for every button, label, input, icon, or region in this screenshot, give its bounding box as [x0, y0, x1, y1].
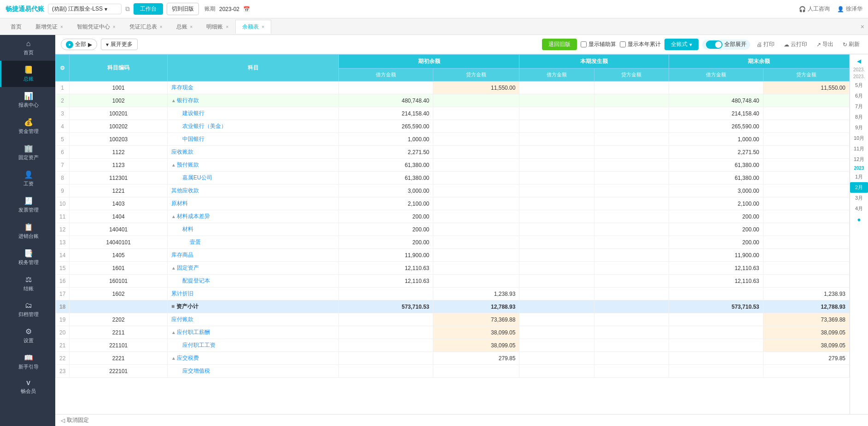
month-7[interactable]: 7月 [850, 101, 868, 112]
row-name[interactable]: 应收账款 [168, 146, 339, 159]
sidebar-item-member[interactable]: V 畅会员 [0, 375, 55, 399]
row-name-link[interactable]: 原材料 [171, 200, 188, 207]
export-button[interactable]: ↗ 导出 [814, 39, 836, 50]
tab-voucher-summary-close[interactable]: × [160, 24, 163, 29]
row-name[interactable]: 原材料 [168, 197, 339, 210]
row-name[interactable]: 建设银行 [168, 107, 339, 120]
row-name-link[interactable]: 中国银行 [171, 135, 204, 143]
tab-smart-voucher-close[interactable]: × [113, 24, 116, 29]
row-name-link[interactable]: 农业银行（美金） [171, 122, 227, 130]
tab-add-voucher[interactable]: 新增凭证 × [29, 20, 70, 34]
month-6[interactable]: 6月 [850, 91, 868, 101]
month-3[interactable]: 3月 [850, 193, 868, 203]
row-name-link[interactable]: 建设银行 [171, 109, 204, 117]
cloud-print-button[interactable]: ☁ 云打印 [781, 39, 810, 50]
show-ytd-label[interactable]: 显示本年累计 [628, 40, 661, 48]
month-4[interactable]: 4月 [850, 203, 868, 214]
row-name-link[interactable]: 预付账款 [177, 161, 199, 168]
switch-version-button[interactable]: 切到旧版 [167, 3, 199, 15]
tab-balance-sheet[interactable]: 余额表 × [235, 20, 271, 34]
tab-smart-voucher[interactable]: 智能凭证中心 × [70, 20, 122, 34]
month-12[interactable]: 12月 [850, 154, 868, 165]
row-name-link[interactable]: 壹蛋 [171, 238, 201, 246]
sidebar-item-payroll[interactable]: 👤 工资 [0, 166, 55, 192]
sidebar-item-settlement[interactable]: ⚖ 结账 [0, 271, 55, 297]
row-name[interactable]: 壹蛋 [168, 236, 339, 249]
show-aux-checkbox[interactable] [581, 41, 587, 47]
row-name-link[interactable]: 应付职工薪酬 [177, 329, 210, 335]
month-5[interactable]: 5月 [850, 80, 868, 91]
toggle-switch[interactable] [706, 40, 722, 49]
row-name[interactable]: 农业银行（美金） [168, 120, 339, 133]
row-name-link[interactable]: 应收账款 [171, 148, 193, 156]
row-name-link[interactable]: 应付职工工资 [171, 341, 216, 349]
row-name[interactable]: 库存现金 [168, 81, 339, 94]
month-9[interactable]: 9月 [850, 122, 868, 133]
row-name-link[interactable]: 材料 [171, 225, 193, 233]
row-name[interactable]: ▲银行存款 [168, 94, 339, 107]
tab-voucher-summary[interactable]: 凭证汇总表 × [122, 20, 169, 34]
row-name[interactable]: ▲应付职工薪酬 [168, 326, 339, 339]
show-ytd-checkbox[interactable] [620, 41, 626, 47]
row-name[interactable]: 应交增值税 [168, 365, 339, 378]
row-name[interactable]: 中国银行 [168, 133, 339, 146]
row-name-link[interactable]: 其他应收款 [171, 187, 199, 195]
row-name[interactable]: 嘉属EU公司 [168, 172, 339, 184]
calendar-icon[interactable]: 📅 [243, 6, 250, 12]
row-name-link[interactable]: 材料成本差异 [177, 213, 210, 219]
row-name-link[interactable]: 库存商品 [171, 251, 193, 259]
expand-panel-icon[interactable]: ◀ [857, 58, 861, 64]
return-old-version-button[interactable]: 退回旧版 [542, 39, 577, 50]
sidebar-item-archive[interactable]: 🗂 归档管理 [0, 297, 55, 322]
tab-detail-ledger-close[interactable]: × [226, 24, 228, 29]
tab-detail-ledger[interactable]: 明细账 × [199, 20, 235, 34]
row-name[interactable]: 应付账款 [168, 313, 339, 326]
row-name[interactable]: 其他应收款 [168, 184, 339, 197]
month-10[interactable]: 10月 [850, 133, 868, 144]
copy-icon[interactable]: ⧉ [125, 5, 130, 13]
row-name-link[interactable]: 配提登记本 [171, 277, 210, 285]
row-name[interactable]: ▲应交税费 [168, 352, 339, 365]
close-all-tabs-icon[interactable]: × [861, 23, 868, 30]
row-name-link[interactable]: 银行存款 [177, 97, 199, 104]
month-11[interactable]: 11月 [850, 144, 868, 154]
expand-all-toggle[interactable]: 全部展开 [702, 40, 750, 50]
month-1[interactable]: 1月 [850, 172, 868, 182]
full-format-button[interactable]: 全账式 ▾ [664, 39, 699, 50]
company-selector[interactable]: (劝副) 江西股全-LSS ▾ [48, 4, 122, 14]
refresh-button[interactable]: ↻ 刷新 [840, 39, 862, 50]
row-name[interactable]: 应付职工工资 [168, 339, 339, 352]
sidebar-item-sales[interactable]: 📋 进销台账 [0, 218, 55, 244]
row-name-link[interactable]: 应交税费 [177, 355, 199, 361]
sidebar-item-reports[interactable]: 📊 报表中心 [0, 87, 55, 113]
sidebar-item-home[interactable]: ⌂ 首页 [0, 35, 55, 61]
right-panel-toggle[interactable]: ● [857, 216, 861, 223]
show-aux-label[interactable]: 显示辅助算 [588, 40, 616, 48]
row-name[interactable]: 配提登记本 [168, 275, 339, 288]
tab-balance-sheet-close[interactable]: × [262, 24, 264, 29]
row-name[interactable]: 库存商品 [168, 249, 339, 262]
sidebar-item-funds[interactable]: 💰 资金管理 [0, 113, 55, 139]
row-name-link[interactable]: 累计折旧 [171, 290, 193, 298]
row-name-link[interactable]: 固定资产 [177, 265, 199, 271]
row-name[interactable]: 累计折旧 [168, 288, 339, 300]
sidebar-item-settings[interactable]: ⚙ 设置 [0, 322, 55, 349]
row-name-link[interactable]: 库存现金 [171, 84, 193, 92]
tab-home[interactable]: 首页 [4, 20, 29, 34]
month-2[interactable]: 2月 [850, 182, 868, 193]
sidebar-item-tax[interactable]: 📑 税务管理 [0, 244, 55, 271]
sidebar-item-ledger[interactable]: 📒 总账 [0, 61, 55, 87]
tab-ledger-close[interactable]: × [190, 24, 193, 29]
filter-all-btn[interactable]: ● 全部 ▶ [61, 39, 97, 50]
sidebar-item-invoice[interactable]: 🧾 发票管理 [0, 192, 55, 218]
month-8[interactable]: 8月 [850, 112, 868, 122]
row-name[interactable]: 材料 [168, 223, 339, 236]
consult-info[interactable]: 🎧 人工咨询 [799, 5, 830, 13]
expand-more-btn[interactable]: ▾ 展开更多 [101, 39, 138, 50]
sidebar-item-assets[interactable]: 🏢 固定资产 [0, 139, 55, 166]
unpin-label[interactable]: 取消固定 [67, 416, 89, 424]
row-name-link[interactable]: 嘉属EU公司 [171, 174, 212, 182]
row-name[interactable]: ▲材料成本差异 [168, 210, 339, 223]
row-name[interactable]: ▲固定资产 [168, 262, 339, 275]
row-name-link[interactable]: 应交增值税 [171, 367, 210, 375]
